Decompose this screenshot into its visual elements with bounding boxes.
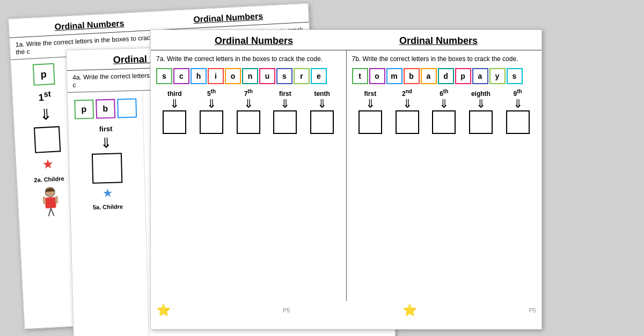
ordinal-box-right-4 — [506, 110, 530, 134]
ordinal-arrow-right-4: ⇓ — [513, 98, 523, 110]
ordinal-label-right-1: 2nd — [402, 88, 412, 98]
ordinal-arrow-right-0: ⇓ — [365, 98, 375, 110]
sheet3-title-right: Ordinal Numbers — [399, 35, 478, 47]
sheet3-left-section: 7a. Write the correct letters in the box… — [151, 50, 347, 301]
letter-box-right-2: m — [386, 68, 402, 84]
sheet3-ordinals-right: first ⇓ 2nd ⇓ 6th ⇓ eighth ⇓ 9th ⇓ — [352, 88, 537, 134]
sheet3-footer: ⭐ P5 ⭐ P5 — [151, 301, 541, 319]
sheet3-star-left: ⭐ — [156, 303, 171, 317]
letter-box-right-8: y — [489, 68, 506, 84]
svg-rect-1 — [45, 197, 56, 208]
ordinal-right-0: first ⇓ — [358, 88, 382, 134]
ordinal-label-right-0: first — [364, 88, 377, 98]
sheet1-person-icon — [39, 186, 62, 216]
ordinal-label-left-1: 5th — [207, 88, 216, 98]
letter-box-left-2: h — [191, 68, 207, 84]
ordinal-left-3: first ⇓ — [273, 88, 297, 134]
ordinal-left-4: tenth ⇓ — [310, 88, 334, 134]
ordinal-label-left-4: tenth — [314, 88, 330, 98]
ordinal-label-left-0: third — [167, 88, 182, 98]
ordinal-label-right-3: eighth — [471, 88, 491, 98]
letter-box-right-1: o — [369, 68, 385, 84]
letter-box-right-6: p — [455, 68, 471, 84]
letter-box-left-1: c — [173, 68, 189, 84]
ordinal-arrow-left-4: ⇓ — [317, 98, 327, 110]
sheet2-children-text: 5a. Childre — [93, 203, 123, 210]
ordinal-right-3: eighth ⇓ — [469, 88, 493, 134]
sheet2-blank-box — [117, 99, 137, 118]
sheet3-right-section: 7b. Write the correct letters in the box… — [347, 50, 542, 301]
svg-line-3 — [50, 208, 54, 216]
ordinal-label-right-4: 9th — [514, 88, 522, 98]
worksheet-3: Ordinal Numbers Ordinal Numbers 7a. Writ… — [150, 29, 542, 330]
letter-box-left-9: e — [311, 68, 327, 84]
sheet3-ordinals-left: third ⇓ 5th ⇓ 7th ⇓ first ⇓ tenth ⇓ — [156, 88, 341, 134]
letter-box-right-7: a — [472, 68, 488, 84]
ordinal-box-left-1 — [200, 110, 223, 134]
letter-box-right-5: d — [438, 68, 454, 84]
sheet1-ordinal-1st: 1st — [38, 89, 52, 103]
sheet2-answer-box — [91, 153, 122, 183]
letter-box-right-9: s — [507, 68, 523, 84]
ordinal-box-left-4 — [310, 110, 334, 134]
ordinal-box-right-2 — [432, 110, 456, 134]
sheet2-arrow: ⇓ — [100, 136, 113, 151]
ordinal-arrow-right-1: ⇓ — [402, 98, 412, 110]
letter-box-right-3: b — [404, 68, 420, 84]
sheet2-left-panel: p b first ⇓ ★ 5a. Childre — [68, 91, 149, 336]
ordinal-left-0: third ⇓ — [163, 88, 186, 134]
sheet3-instr-a: 7a. Write the correct letters in the box… — [156, 55, 341, 64]
sheet3-instr-b: 7b. Write the correct letters in the box… — [352, 55, 537, 64]
sheet3-letter-boxes-right: tombadpays — [352, 68, 537, 84]
sheet2-first-label: first — [99, 125, 113, 133]
svg-rect-5 — [55, 196, 58, 204]
ordinal-arrow-left-0: ⇓ — [170, 98, 179, 110]
ordinal-right-4: 9th ⇓ — [506, 88, 530, 134]
sheet3-letter-boxes-left: schionusre — [156, 68, 341, 84]
ordinal-box-left-0 — [163, 110, 186, 134]
letter-box-left-0: s — [156, 68, 172, 84]
ordinal-box-right-1 — [396, 110, 419, 134]
sheet3-main: 7a. Write the correct letters in the box… — [151, 50, 541, 301]
ordinal-right-2: 6th ⇓ — [432, 88, 456, 134]
sheet1-children-text: 2a. Childre — [34, 175, 64, 183]
ordinal-arrow-left-2: ⇓ — [244, 98, 253, 110]
letter-box-right-0: t — [352, 68, 368, 84]
ordinal-left-1: 5th ⇓ — [200, 88, 223, 134]
sheet1-arrow: ⇓ — [39, 107, 52, 123]
sheet3-title-left: Ordinal Numbers — [215, 35, 293, 47]
ordinal-label-right-2: 6th — [440, 88, 448, 98]
ordinal-box-right-0 — [358, 110, 382, 134]
letter-box-left-8: r — [294, 68, 310, 84]
sheet1-title-left: Ordinal Numbers — [54, 19, 125, 32]
ordinal-arrow-right-2: ⇓ — [439, 98, 449, 110]
letter-box-right-4: a — [421, 68, 437, 84]
letter-box-left-6: u — [259, 68, 275, 84]
ordinal-label-left-3: first — [279, 88, 291, 98]
ordinal-box-left-2 — [237, 110, 260, 134]
ordinal-arrow-left-3: ⇓ — [280, 98, 290, 110]
sheet3-title: Ordinal Numbers Ordinal Numbers — [151, 30, 541, 50]
ordinal-arrow-right-3: ⇓ — [476, 98, 486, 110]
letter-box-left-5: n — [242, 68, 258, 84]
ordinal-box-right-3 — [469, 110, 493, 134]
sheet3-page-right: P5 — [529, 307, 536, 313]
letter-box-left-3: i — [208, 68, 224, 84]
ordinal-label-left-2: 7th — [244, 88, 253, 98]
sheet1-answer-box — [33, 126, 60, 153]
ordinal-box-left-3 — [273, 110, 297, 134]
svg-rect-4 — [42, 197, 46, 204]
sheet1-p-box: p — [32, 63, 55, 86]
ordinal-right-1: 2nd ⇓ — [396, 88, 419, 134]
letter-box-left-7: s — [276, 68, 292, 84]
sheet2-star-icon: ★ — [102, 186, 113, 201]
sheet2-p-box: p — [74, 100, 94, 120]
sheet1-star-icon: ★ — [42, 156, 54, 172]
sheet3-page-left: P5 — [283, 307, 290, 313]
sheet3-star-right: ⭐ — [402, 303, 417, 317]
ordinal-left-2: 7th ⇓ — [237, 88, 260, 134]
sheet2-b-box: b — [96, 99, 115, 119]
sheet1-title-right: Ordinal Numbers — [193, 11, 264, 25]
letter-box-left-4: o — [225, 68, 241, 84]
ordinal-arrow-left-1: ⇓ — [207, 98, 216, 110]
